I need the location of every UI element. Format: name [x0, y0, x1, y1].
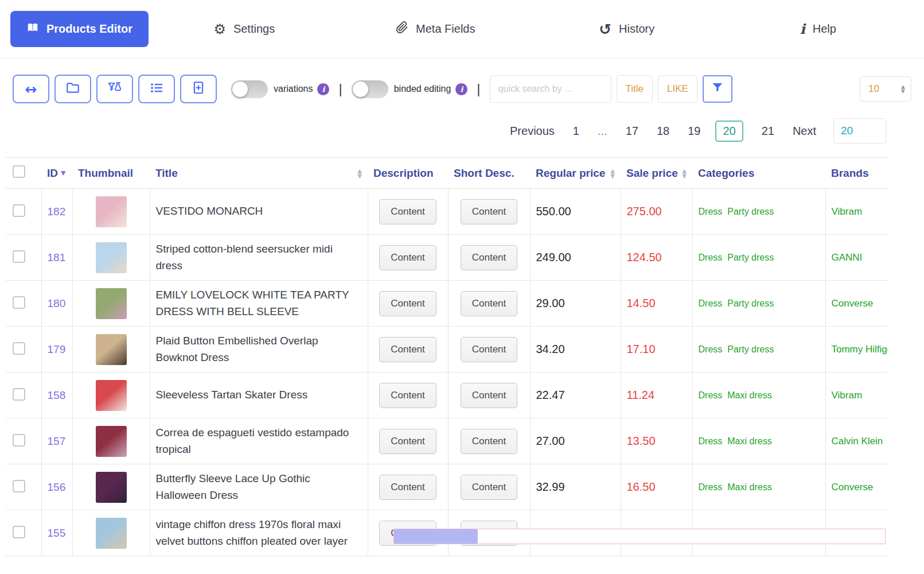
- page-number[interactable]: 19: [688, 125, 700, 138]
- product-id[interactable]: 180: [48, 297, 66, 309]
- category-link[interactable]: Dress: [699, 482, 723, 492]
- add-product-button[interactable]: [180, 75, 217, 103]
- page-number[interactable]: 1: [573, 125, 579, 138]
- tab-meta-fields[interactable]: Meta Fields: [340, 21, 532, 37]
- sale-price-value[interactable]: 13.50: [627, 435, 656, 447]
- short-desc-content-button[interactable]: Content: [461, 429, 518, 454]
- product-title[interactable]: Correa de espagueti vestido estampado tr…: [156, 426, 349, 455]
- product-thumbnail[interactable]: [96, 288, 127, 319]
- horizontal-scrollbar-track[interactable]: [393, 529, 886, 544]
- product-title[interactable]: EMILY LOVELOCK WHITE TEA PARTY DRESS WIT…: [156, 289, 349, 317]
- sale-price-value[interactable]: 275.00: [627, 205, 662, 218]
- row-checkbox[interactable]: [13, 250, 25, 263]
- product-thumbnail[interactable]: [96, 380, 127, 411]
- search-field-select[interactable]: Title: [617, 75, 653, 103]
- page-number-current[interactable]: 20: [715, 121, 743, 142]
- filter-presets-button[interactable]: [96, 75, 133, 103]
- description-content-button[interactable]: Content: [379, 337, 436, 362]
- sale-price-value[interactable]: 11.24: [627, 389, 655, 401]
- tab-history[interactable]: ↺ History: [531, 21, 723, 38]
- category-link[interactable]: Dress: [699, 344, 723, 355]
- product-id[interactable]: 181: [48, 251, 66, 263]
- short-desc-content-button[interactable]: Content: [461, 245, 518, 270]
- short-desc-content-button[interactable]: Content: [461, 383, 518, 408]
- page-number-input[interactable]: [833, 118, 886, 144]
- tab-help[interactable]: i Help: [723, 21, 914, 37]
- row-checkbox[interactable]: [13, 342, 25, 355]
- row-checkbox[interactable]: [13, 388, 25, 401]
- short-desc-content-button[interactable]: Content: [461, 291, 518, 316]
- category-link[interactable]: Party dress: [727, 298, 774, 309]
- product-id[interactable]: 158: [48, 389, 66, 401]
- sale-price-value[interactable]: 14.50: [627, 297, 656, 309]
- category-link[interactable]: Dress: [699, 436, 723, 447]
- regular-price-value[interactable]: 22.47: [536, 389, 565, 401]
- sale-price-value[interactable]: 124.50: [627, 251, 662, 263]
- binded-editing-info-badge[interactable]: i: [455, 83, 467, 95]
- variations-info-badge[interactable]: i: [317, 83, 329, 95]
- row-checkbox[interactable]: [13, 526, 25, 538]
- row-checkbox[interactable]: [13, 434, 25, 447]
- product-title[interactable]: Butterfly Sleeve Lace Up Gothic Hallowee…: [156, 472, 310, 501]
- quick-search-input[interactable]: [490, 75, 611, 103]
- product-thumbnail[interactable]: [96, 426, 127, 457]
- product-id[interactable]: 156: [48, 481, 66, 493]
- tab-products-editor[interactable]: Products Editor: [10, 11, 149, 47]
- category-link[interactable]: Dress: [699, 298, 723, 309]
- resize-columns-button[interactable]: ↔: [13, 75, 49, 103]
- category-link[interactable]: Maxi dress: [727, 482, 771, 492]
- tab-settings[interactable]: ⚙ Settings: [149, 21, 340, 37]
- category-link[interactable]: Dress: [699, 390, 723, 401]
- regular-price-value[interactable]: 29.00: [536, 297, 565, 309]
- pagination-next[interactable]: Next: [793, 125, 816, 138]
- open-folder-button[interactable]: [54, 75, 91, 103]
- category-link[interactable]: Maxi dress: [727, 390, 771, 401]
- row-checkbox[interactable]: [13, 296, 25, 309]
- page-size-select[interactable]: 10 ▲▼: [860, 76, 911, 102]
- brand-link[interactable]: Converse: [832, 298, 874, 309]
- regular-price-value[interactable]: 249.00: [536, 251, 571, 263]
- page-number[interactable]: 21: [762, 125, 774, 138]
- description-content-button[interactable]: Content: [379, 429, 436, 454]
- short-desc-content-button[interactable]: Content: [461, 475, 518, 500]
- brand-link[interactable]: Vibram: [832, 206, 863, 217]
- variations-toggle[interactable]: [231, 80, 268, 98]
- row-checkbox[interactable]: [13, 204, 25, 217]
- product-thumbnail[interactable]: [96, 242, 127, 273]
- category-link[interactable]: Party dress: [727, 207, 774, 217]
- regular-price-value[interactable]: 550.00: [536, 205, 571, 218]
- description-content-button[interactable]: Content: [379, 199, 436, 224]
- row-checkbox[interactable]: [13, 480, 25, 492]
- search-operator-select[interactable]: LIKE: [658, 75, 697, 103]
- sale-price-value[interactable]: 17.10: [627, 343, 656, 355]
- product-title[interactable]: vintage chiffon dress 1970s floral maxi …: [156, 518, 348, 547]
- category-link[interactable]: Dress: [699, 253, 723, 263]
- product-id[interactable]: 155: [48, 527, 66, 539]
- binded-editing-toggle[interactable]: [352, 80, 388, 98]
- product-thumbnail[interactable]: [96, 472, 127, 503]
- horizontal-scrollbar-thumb[interactable]: [394, 529, 478, 544]
- regular-price-value[interactable]: 27.00: [536, 435, 565, 447]
- description-content-button[interactable]: Content: [379, 475, 436, 500]
- page-number[interactable]: 18: [657, 125, 669, 138]
- sort-icon[interactable]: ▲▼: [682, 168, 687, 179]
- category-link[interactable]: Party dress: [727, 253, 774, 263]
- brand-link[interactable]: Tommy Hilfiger: [832, 344, 888, 355]
- brand-link[interactable]: Vibram: [832, 390, 863, 401]
- short-desc-content-button[interactable]: Content: [461, 199, 518, 224]
- regular-price-value[interactable]: 34.20: [536, 343, 565, 355]
- description-content-button[interactable]: Content: [379, 291, 436, 316]
- brand-link[interactable]: GANNI: [832, 252, 863, 263]
- category-link[interactable]: Party dress: [727, 344, 774, 355]
- sort-icon[interactable]: ▲▼: [610, 168, 615, 179]
- product-id[interactable]: 182: [48, 205, 66, 218]
- product-thumbnail[interactable]: [96, 518, 127, 549]
- brand-link[interactable]: Calvin Klein: [832, 436, 883, 447]
- page-number[interactable]: 17: [626, 125, 638, 138]
- pagination-previous[interactable]: Previous: [510, 125, 555, 138]
- brand-link[interactable]: Converse: [832, 482, 874, 492]
- description-content-button[interactable]: Content: [379, 245, 436, 270]
- sale-price-value[interactable]: 16.50: [627, 480, 656, 493]
- description-content-button[interactable]: Content: [379, 383, 436, 408]
- sort-desc-icon[interactable]: ▼: [61, 169, 65, 177]
